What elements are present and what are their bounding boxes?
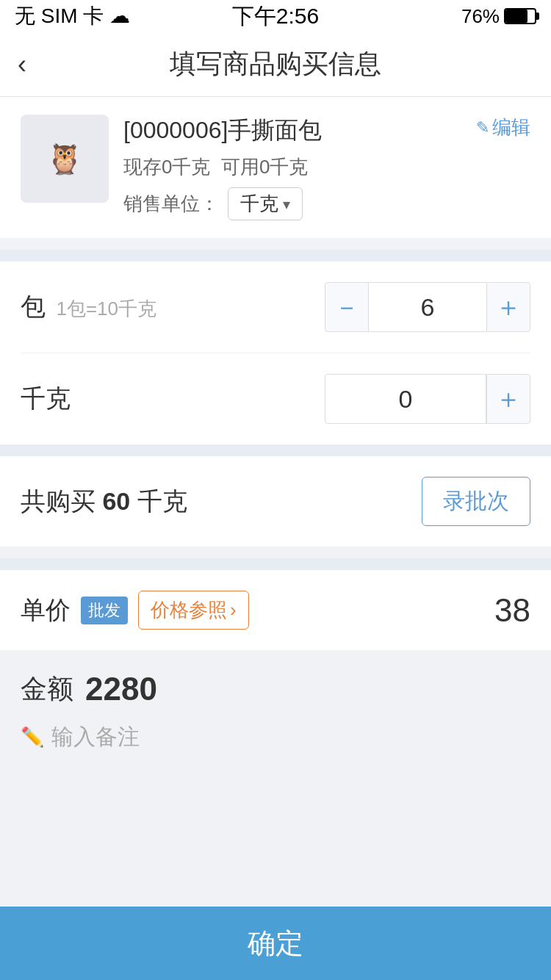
note-row[interactable]: ✏️ 输入备注	[21, 722, 530, 752]
amount-value: 2280	[85, 671, 157, 707]
total-text: 共购买 60 千克	[21, 485, 187, 519]
product-image: 🦉	[21, 115, 109, 203]
qianke-plus-button[interactable]: ＋	[486, 374, 530, 424]
nav-bar: ‹ 填写商品购买信息	[0, 32, 551, 97]
time: 下午2:56	[232, 1, 319, 32]
price-label-row: 单价 批发 价格参照 ›	[21, 591, 249, 630]
carrier: 无 SIM 卡 ☁	[15, 2, 130, 30]
bao-input[interactable]	[369, 282, 486, 332]
product-name-row: [0000006]手撕面包 ✎ 编辑	[123, 115, 530, 147]
qianke-row: 千克 ＋	[21, 353, 530, 444]
dropdown-arrow-icon: ▾	[283, 195, 290, 213]
unit-value: 千克	[240, 191, 278, 217]
edit-icon: ✎	[476, 118, 489, 137]
product-logo-icon: 🦉	[46, 142, 83, 176]
qianke-label: 千克	[21, 382, 71, 416]
note-placeholder: 输入备注	[51, 722, 140, 752]
bao-plus-button[interactable]: ＋	[486, 282, 530, 332]
battery-icon	[504, 8, 536, 24]
bao-row: 包 1包=10千克 － ＋	[21, 262, 530, 353]
bao-minus-button[interactable]: －	[325, 282, 369, 332]
price-label: 单价	[21, 594, 71, 627]
amount-row: 金额 2280	[21, 671, 530, 707]
pencil-icon: ✏️	[21, 726, 44, 749]
price-value: 38	[494, 592, 530, 629]
section-divider-3	[0, 558, 551, 570]
input-section: 包 1包=10千克 － ＋ 千克 ＋	[0, 262, 551, 444]
product-stock: 现存0千克 可用0千克	[123, 154, 530, 180]
price-ref-arrow-icon: ›	[230, 599, 237, 621]
section-divider-1	[0, 250, 551, 262]
bao-label: 包	[21, 292, 46, 320]
status-right: 76%	[461, 5, 536, 28]
edit-label: 编辑	[492, 115, 530, 140]
back-button[interactable]: ‹	[18, 49, 26, 80]
price-badge: 批发	[81, 597, 128, 624]
amount-section: 金额 2280 ✏️ 输入备注	[0, 650, 551, 871]
price-ref-label: 价格参照	[151, 597, 227, 623]
product-info: [0000006]手撕面包 ✎ 编辑 现存0千克 可用0千克 销售单位： 千克 …	[123, 115, 530, 220]
qianke-input[interactable]	[325, 374, 486, 424]
product-unit-row: 销售单位： 千克 ▾	[123, 187, 530, 220]
batch-button[interactable]: 录批次	[422, 477, 530, 526]
confirm-button-label: 确定	[248, 925, 303, 962]
qianke-quantity-control: ＋	[325, 374, 530, 424]
amount-label: 金额	[21, 671, 73, 707]
page-title: 填写商品购买信息	[170, 46, 381, 82]
total-section: 共购买 60 千克 录批次	[0, 456, 551, 547]
bao-label-group: 包 1包=10千克	[21, 290, 156, 324]
battery-percent: 76%	[461, 5, 500, 28]
product-card: 🦉 [0000006]手撕面包 ✎ 编辑 现存0千克 可用0千克 销售单位： 千…	[0, 97, 551, 238]
unit-select[interactable]: 千克 ▾	[228, 187, 303, 220]
status-bar: 无 SIM 卡 ☁ 下午2:56 76%	[0, 0, 551, 32]
product-name: [0000006]手撕面包	[123, 115, 322, 147]
bao-sublabel: 1包=10千克	[56, 298, 156, 320]
bao-quantity-control: － ＋	[325, 282, 530, 332]
edit-button[interactable]: ✎ 编辑	[476, 115, 530, 140]
section-divider-2	[0, 444, 551, 456]
price-section: 单价 批发 价格参照 › 38	[0, 570, 551, 650]
price-ref-button[interactable]: 价格参照 ›	[138, 591, 249, 630]
confirm-button[interactable]: 确定	[0, 907, 551, 980]
